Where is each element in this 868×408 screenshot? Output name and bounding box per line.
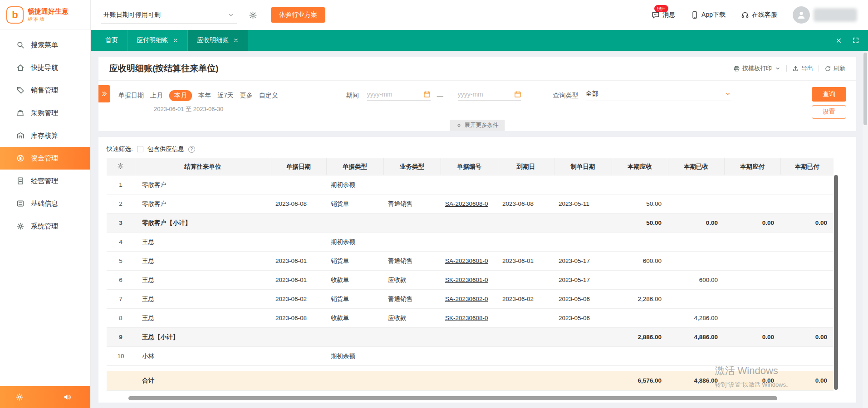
date-option-more[interactable]: 更多 bbox=[240, 92, 253, 100]
table-row[interactable]: 5 王总 2023-06-01 销货单 普通销售 SA-20230601-0 2… bbox=[107, 252, 834, 271]
cell-doc-type bbox=[326, 214, 383, 233]
speaker-icon[interactable] bbox=[63, 393, 71, 401]
chevron-down-icon bbox=[774, 65, 781, 72]
column-header: 单据编号 bbox=[441, 158, 498, 175]
sidebar-item-quick-nav[interactable]: 快捷导航 bbox=[0, 56, 90, 79]
user-account[interactable] bbox=[793, 6, 857, 24]
query-type-select[interactable]: 全部 bbox=[586, 90, 731, 101]
cell-doc-number[interactable]: SA-20230608-0 bbox=[441, 194, 498, 214]
opening-date-select[interactable]: 开账日期可停用可删 bbox=[101, 7, 237, 24]
cell-received bbox=[668, 233, 724, 252]
printer-icon bbox=[733, 65, 740, 72]
table-vertical-scrollbar-thumb[interactable] bbox=[834, 175, 838, 390]
topbar: 开账日期可停用可删 体验行业方案 99+ 消息 App下载 在线客服 bbox=[91, 0, 868, 30]
date-option-custom[interactable]: 自定义 bbox=[259, 92, 278, 100]
person-icon bbox=[796, 10, 806, 20]
close-tab-icon[interactable] bbox=[233, 38, 239, 43]
cell-doc-number[interactable]: SA-20230602-0 bbox=[441, 290, 498, 309]
home-icon bbox=[16, 63, 25, 72]
online-service-button[interactable]: 在线客服 bbox=[741, 11, 777, 19]
refresh-button[interactable]: 刷新 bbox=[824, 64, 845, 73]
close-icon[interactable] bbox=[835, 37, 842, 44]
table-row[interactable]: 10 小林 期初余额 bbox=[107, 347, 834, 366]
date-option-last-month[interactable]: 上月 bbox=[150, 92, 163, 100]
cell-biz-type bbox=[383, 175, 441, 194]
range-separator: — bbox=[437, 92, 443, 99]
sidebar-item-sales[interactable]: 销售管理 bbox=[0, 79, 90, 102]
table-row[interactable]: 2 零散客户 2023-06-08 销货单 普通销售 SA-20230608-0… bbox=[107, 194, 834, 214]
gear-icon[interactable] bbox=[15, 393, 24, 401]
column-header: 本期应付 bbox=[724, 158, 780, 175]
tab-receivable-ledger[interactable]: 应收明细账 bbox=[188, 30, 248, 51]
calendar-icon[interactable] bbox=[423, 91, 431, 98]
cell-settlement-unit: 零散客户 bbox=[135, 175, 271, 194]
tab-home[interactable]: 首页 bbox=[96, 30, 128, 51]
fullscreen-icon[interactable] bbox=[852, 37, 859, 44]
sidebar-item-inventory[interactable]: 库存核算 bbox=[0, 124, 90, 147]
page-scrollbar-track[interactable] bbox=[863, 51, 868, 408]
search-button[interactable]: 查询 bbox=[812, 87, 846, 102]
refresh-label: 刷新 bbox=[834, 64, 845, 73]
messages-button[interactable]: 99+ 消息 bbox=[652, 11, 675, 19]
period-end-input[interactable] bbox=[458, 91, 501, 98]
settings-button[interactable]: 设置 bbox=[812, 105, 846, 119]
cell-paid bbox=[780, 309, 834, 328]
expand-more-conditions[interactable]: 展开更多条件 bbox=[450, 120, 505, 131]
period-start-input[interactable] bbox=[367, 91, 411, 98]
cell-row-number: 5 bbox=[107, 252, 135, 271]
period-start-field bbox=[367, 91, 431, 101]
double-chevron-right-icon bbox=[101, 91, 108, 97]
cell-doc-date bbox=[271, 175, 326, 194]
cell-paid bbox=[780, 194, 834, 214]
table-row[interactable]: 7 王总 2023-06-02 销货单 普通销售 SA-20230602-0 2… bbox=[107, 290, 834, 309]
table-row[interactable]: 4 王总 期初余额 bbox=[107, 233, 834, 252]
cell-doc-number bbox=[441, 328, 498, 347]
date-option-last-7-days[interactable]: 近7天 bbox=[217, 92, 234, 100]
collapse-filter-tab[interactable] bbox=[98, 85, 110, 102]
horizontal-scrollbar-thumb[interactable] bbox=[128, 396, 777, 400]
export-button[interactable]: 导出 bbox=[792, 64, 813, 73]
date-option-this-year[interactable]: 本年 bbox=[198, 92, 211, 100]
calendar-icon[interactable] bbox=[514, 91, 521, 98]
help-icon[interactable]: ? bbox=[188, 146, 195, 153]
cell-make-date bbox=[554, 233, 612, 252]
sidebar-item-basic-info[interactable]: 基础信息 bbox=[0, 192, 90, 215]
cell-doc-number[interactable]: SK-20230608-0 bbox=[441, 309, 498, 328]
print-by-template-button[interactable]: 按模板打印 bbox=[733, 64, 781, 73]
cell-row-number: 2 bbox=[107, 194, 135, 214]
cell-due-date bbox=[498, 175, 554, 194]
table-row[interactable]: 1 零散客户 期初余额 bbox=[107, 175, 834, 194]
cell-doc-date: 2023-06-02 bbox=[271, 290, 326, 309]
sidebar-item-funds[interactable]: 资金管理 bbox=[0, 147, 90, 170]
sidebar-item-operations[interactable]: 经营管理 bbox=[0, 170, 90, 192]
tab-payable-ledger[interactable]: 应付明细账 bbox=[128, 30, 188, 51]
close-tab-icon[interactable] bbox=[173, 38, 178, 43]
cell-doc-number[interactable]: SK-20230601-0 bbox=[441, 271, 498, 290]
opening-date-select-value: 开账日期可停用可删 bbox=[103, 11, 161, 19]
table-row[interactable]: 6 王总 2023-06-01 收款单 应收款 SK-20230601-0 20… bbox=[107, 271, 834, 290]
date-option-this-month[interactable]: 本月 bbox=[169, 90, 192, 101]
app-download-button[interactable]: App下载 bbox=[691, 11, 726, 19]
cell-biz-type: 应收款 bbox=[383, 271, 441, 290]
topbar-right: 99+ 消息 App下载 在线客服 bbox=[652, 6, 857, 24]
cell-received: 600.00 bbox=[668, 271, 724, 290]
sidebar-item-system[interactable]: 系统管理 bbox=[0, 215, 90, 238]
column-settings-gear-icon[interactable] bbox=[117, 163, 124, 170]
cell-doc-number[interactable]: SA-20230601-0 bbox=[441, 252, 498, 271]
settings-gear-icon[interactable] bbox=[249, 11, 257, 19]
cell-paid: 0.00 bbox=[780, 214, 834, 233]
cell-paid bbox=[780, 252, 834, 271]
cell-make-date: 2023-05-06 bbox=[554, 309, 612, 328]
cell-biz-type: 普通销售 bbox=[383, 194, 441, 214]
cell-doc-number bbox=[441, 214, 498, 233]
table-row[interactable]: 8 王总 2023-06-08 收款单 应收款 SK-20230608-0 20… bbox=[107, 309, 834, 328]
selected-date-range: 2023-06-01 至 2023-06-30 bbox=[98, 101, 856, 113]
include-supplier-checkbox[interactable] bbox=[137, 146, 143, 152]
sidebar-item-search-menu[interactable]: 搜索菜单 bbox=[0, 34, 90, 56]
trial-industry-button[interactable]: 体验行业方案 bbox=[271, 7, 325, 23]
table-row[interactable]: 9 王总【小计】 2,886.00 4,886.00 0.00 0.00 bbox=[107, 328, 834, 347]
sidebar-item-purchase[interactable]: 采购管理 bbox=[0, 102, 90, 124]
table-row[interactable]: 3 零散客户【小计】 50.00 0.00 0.00 0.00 bbox=[107, 214, 834, 233]
page-scrollbar-thumb[interactable] bbox=[863, 53, 867, 125]
cell-doc-date bbox=[271, 214, 326, 233]
